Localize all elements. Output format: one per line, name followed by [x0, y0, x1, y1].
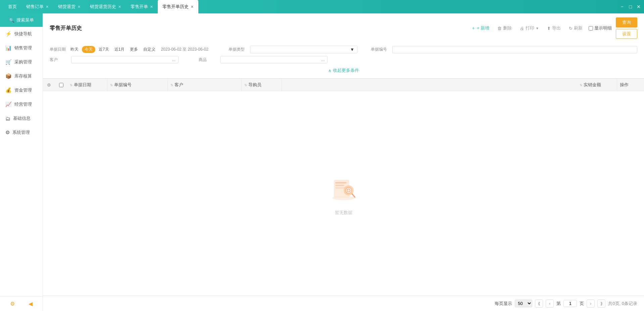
- th-no: ⇅ 单据编号: [107, 79, 168, 91]
- tab-sales-return[interactable]: 销货退货 ✕: [53, 0, 85, 13]
- minimize-btn[interactable]: －: [620, 4, 625, 10]
- date-quick-buttons: 昨天 今天 近7天 近1月 更多 自定义 2023-06-02 至 2023-0…: [68, 46, 208, 53]
- maximize-btn[interactable]: □: [629, 4, 632, 9]
- settings-bottom-icon[interactable]: ⚙: [10, 301, 15, 307]
- sidebar-search[interactable]: 🔍 搜索菜单: [0, 13, 43, 27]
- tab-sales-return-history[interactable]: 销货退货历史 ✕: [85, 0, 126, 13]
- sidebar-item-finance[interactable]: 💰 资金管理: [0, 83, 43, 97]
- main-layout: 🔍 搜索菜单 ⚡ 快捷导航 📊 销售管理 🛒 采购管理 📦 库存核算 💰: [0, 13, 644, 311]
- goods-ellipsis-icon: ...: [321, 57, 325, 62]
- sales-mgmt-icon: 📊: [5, 45, 12, 51]
- sort-customer-icon[interactable]: ⇅: [170, 83, 173, 87]
- filter-row-customer: 客户 ... 商品 ...: [50, 56, 637, 63]
- collapse-up-icon: ∧: [328, 68, 332, 73]
- date-yesterday[interactable]: 昨天: [68, 46, 81, 53]
- first-page-button[interactable]: ⟪: [535, 300, 543, 308]
- svg-rect-4: [335, 187, 345, 188]
- tab-retail-open-history[interactable]: 零售开单历史 ✕: [158, 0, 198, 13]
- sidebar-bottom: ⚙ ◀: [0, 296, 43, 311]
- type-filter-select[interactable]: ▼: [250, 46, 357, 53]
- finance-icon: 💰: [5, 87, 12, 93]
- delete-icon: 🗑: [497, 26, 502, 31]
- print-icon: 🖨: [520, 26, 524, 31]
- customer-filter-input[interactable]: ...: [71, 56, 179, 63]
- filter-area: 单据日期 昨天 今天 近7天 近1月 更多 自定义 2023-06-02 至 2…: [50, 43, 637, 78]
- sidebar-nav: ⚡ 快捷导航 📊 销售管理 🛒 采购管理 📦 库存核算 💰 资金管理 📈: [0, 27, 43, 296]
- sort-date-icon[interactable]: ⇅: [70, 83, 72, 87]
- print-button[interactable]: 🖨 打印 ▼: [518, 24, 541, 33]
- close-tab-sales-return-history[interactable]: ✕: [118, 5, 121, 9]
- page-header: 零售开单历史 ＋ + 新增 🗑 删除 🖨 打印 ▼: [43, 13, 644, 79]
- page-number-input[interactable]: [563, 300, 577, 307]
- settings-button[interactable]: 设置: [616, 29, 637, 39]
- delete-button[interactable]: 🗑 删除: [495, 24, 514, 33]
- tab-retail-open[interactable]: 零售开单 ✕: [126, 0, 158, 13]
- close-tab-sales-order[interactable]: ✕: [46, 5, 49, 9]
- sidebar-item-purchase-mgmt[interactable]: 🛒 采购管理: [0, 55, 43, 69]
- no-filter-input[interactable]: [392, 46, 637, 53]
- goods-filter-input[interactable]: ...: [220, 56, 328, 63]
- table-header: ⚙ ⇅ 单据日期 ⇅ 单据编号 ⇅ 客户 ⇅ 导购员: [43, 79, 644, 91]
- sidebar-item-inventory[interactable]: 📦 库存核算: [0, 69, 43, 83]
- date-7days[interactable]: 近7天: [97, 46, 111, 53]
- th-date: ⇅ 单据日期: [67, 79, 107, 91]
- detail-checkbox-input[interactable]: [589, 26, 593, 31]
- close-tab-sales-return[interactable]: ✕: [78, 5, 81, 9]
- export-icon: ⬆: [547, 26, 551, 31]
- close-btn[interactable]: ✕: [637, 4, 641, 9]
- table-settings-button[interactable]: ⚙: [43, 83, 55, 88]
- pagination-bar: 每页显示 50 20 100 ⟪ ‹ 第 页 › ⟫ 共0页, 0条记录: [43, 296, 644, 311]
- next-page-button[interactable]: ›: [587, 300, 595, 308]
- close-tab-retail-open-history[interactable]: ✕: [191, 5, 194, 9]
- prev-page-button[interactable]: ‹: [546, 300, 554, 308]
- empty-illustration: [327, 171, 360, 205]
- basic-info-icon: 🗂: [5, 116, 10, 121]
- select-all-checkbox[interactable]: [59, 83, 63, 87]
- date-range-display: 2023-06-02 至 2023-06-02: [161, 47, 208, 52]
- page-title-row: 零售开单历史 ＋ + 新增 🗑 删除 🖨 打印 ▼: [50, 17, 637, 39]
- top-bar: 首页 销售订单 ✕ 销货退货 ✕ 销货退货历史 ✕ 零售开单 ✕ 零售开单历史 …: [0, 0, 644, 13]
- sidebar-item-operations[interactable]: 📈 经营管理: [0, 97, 43, 111]
- quick-nav-icon: ⚡: [5, 31, 12, 37]
- last-page-button[interactable]: ⟫: [597, 300, 605, 308]
- content-area: 零售开单历史 ＋ + 新增 🗑 删除 🖨 打印 ▼: [43, 13, 644, 311]
- window-controls: － □ ✕: [620, 4, 641, 10]
- table-area: ⚙ ⇅ 单据日期 ⇅ 单据编号 ⇅ 客户 ⇅ 导购员: [43, 79, 644, 296]
- sort-guide-icon[interactable]: ⇅: [244, 83, 247, 87]
- sort-amount-icon[interactable]: ⇅: [580, 83, 582, 87]
- empty-state: 暂无数据: [43, 91, 644, 296]
- table-select-all[interactable]: [55, 83, 67, 87]
- add-button[interactable]: ＋ + 新增: [469, 24, 491, 33]
- print-dropdown-icon: ▼: [536, 27, 539, 30]
- per-page-label: 每页显示: [495, 301, 512, 307]
- close-tab-retail-open[interactable]: ✕: [150, 5, 153, 9]
- search-icon: 🔍: [9, 18, 14, 23]
- add-icon: ＋: [471, 25, 476, 31]
- type-filter-label: 单据类型: [229, 47, 247, 52]
- query-button[interactable]: 查询: [616, 17, 637, 28]
- tab-sales-order[interactable]: 销售订单 ✕: [21, 0, 53, 13]
- date-today[interactable]: 今天: [82, 46, 95, 53]
- date-more[interactable]: 更多: [128, 46, 140, 53]
- date-1month[interactable]: 近1月: [112, 46, 127, 53]
- display-detail-checkbox[interactable]: 显示明细: [589, 25, 612, 31]
- sidebar-item-system-mgmt[interactable]: ⚙ 系统管理: [0, 125, 43, 140]
- sidebar-item-quick-nav[interactable]: ⚡ 快捷导航: [0, 27, 43, 41]
- system-mgmt-icon: ⚙: [5, 129, 10, 136]
- toolbar: ＋ + 新增 🗑 删除 🖨 打印 ▼ ⬆ 导出: [469, 17, 637, 39]
- sort-no-icon[interactable]: ⇅: [110, 83, 113, 87]
- tab-home[interactable]: 首页: [3, 0, 21, 13]
- page-title: 零售开单历史: [50, 25, 82, 32]
- sidebar-item-sales-mgmt[interactable]: 📊 销售管理: [0, 41, 43, 55]
- collapse-sidebar-icon[interactable]: ◀: [29, 301, 33, 307]
- sidebar: 🔍 搜索菜单 ⚡ 快捷导航 📊 销售管理 🛒 采购管理 📦 库存核算 💰: [0, 13, 43, 311]
- page-label-post: 页: [580, 301, 584, 307]
- refresh-button[interactable]: ↻ 刷新: [567, 24, 585, 33]
- export-button[interactable]: ⬆ 导出: [545, 24, 563, 33]
- collapse-filter-button[interactable]: ∧ 收起更多条件: [50, 66, 637, 75]
- per-page-select[interactable]: 50 20 100: [515, 300, 532, 307]
- th-action: 操作: [617, 79, 644, 91]
- no-filter-label: 单据编号: [371, 47, 390, 52]
- date-custom[interactable]: 自定义: [141, 46, 157, 53]
- sidebar-item-basic-info[interactable]: 🗂 基础信息: [0, 111, 43, 125]
